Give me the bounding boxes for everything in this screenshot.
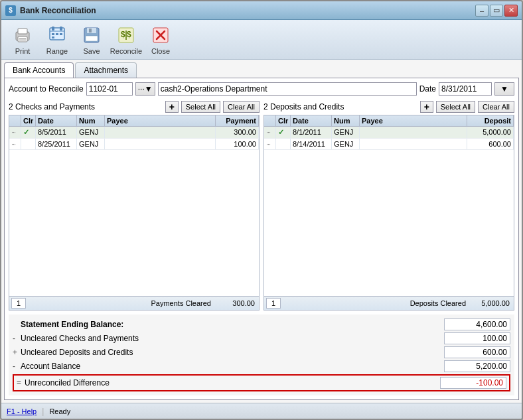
- row2-date: 8/25/2011: [36, 139, 77, 149]
- range-icon: [46, 25, 68, 46]
- dep-row1-num: GENJ: [332, 127, 360, 138]
- deposits-table-footer: Deposits Cleared 5,000.00: [264, 296, 514, 310]
- uncleared-checks-value: 100.00: [444, 332, 510, 344]
- checks-add-button[interactable]: +: [165, 101, 179, 113]
- dep-row1-amount: 5,000.00: [467, 127, 514, 138]
- date-label: Date: [419, 84, 436, 94]
- dep-row1-payee: [360, 127, 467, 138]
- row1-date: 8/5/2011: [36, 127, 77, 138]
- date-dropdown-button[interactable]: ▼: [494, 82, 514, 96]
- uncleared-checks-prefix: -: [13, 334, 21, 343]
- deposits-footer-label: Deposits Cleared: [283, 299, 469, 307]
- account-balance-row: - Account Balance 5,200.00: [13, 360, 510, 372]
- deposits-add-button[interactable]: +: [420, 101, 433, 113]
- restore-button[interactable]: ▭: [490, 5, 503, 17]
- account-balance-label: Account Balance: [21, 362, 444, 371]
- tab-bank-accounts[interactable]: Bank Accounts: [4, 62, 74, 78]
- dep-row2-payee: [360, 139, 467, 149]
- row2-amount: 100.00: [216, 139, 259, 149]
- checks-select-all-button[interactable]: Select All: [181, 101, 220, 113]
- checks-row-1[interactable]: ··· ✓ 8/5/2011 GENJ 300.00: [9, 127, 259, 139]
- unreconciled-row: = Unreconciled Difference -100.00: [13, 374, 510, 391]
- svg-text:$: $: [121, 30, 125, 39]
- checks-col-payment: Payment: [216, 115, 259, 126]
- svg-rect-11: [60, 33, 62, 35]
- deposits-table-body: ··· ✓ 8/1/2011 GENJ 5,000.00 ··· 8/14/20: [264, 127, 514, 296]
- dep-row2-num: GENJ: [332, 139, 360, 149]
- reconcile-label: Reconcile: [110, 47, 142, 55]
- row1-amount: 300.00: [216, 127, 259, 138]
- status-ready: Ready: [49, 407, 70, 415]
- deposits-col-deposit: Deposit: [467, 115, 514, 126]
- unreconciled-label: Unreconciled Difference: [25, 378, 440, 387]
- checks-col-payee: Payee: [105, 115, 216, 126]
- checks-title: 2 Checks and Payments: [9, 102, 163, 111]
- window-title: Bank Reconciliation: [20, 6, 474, 15]
- print-button[interactable]: Print: [7, 21, 38, 58]
- checks-row-2[interactable]: ··· 8/25/2011 GENJ 100.00: [9, 139, 259, 150]
- checks-cleared-count[interactable]: [11, 298, 26, 309]
- close-tool-label: Close: [151, 47, 170, 55]
- deposits-row-2[interactable]: ··· 8/14/2011 GENJ 600.00: [264, 139, 514, 150]
- status-bar: F1 - Help | Ready: [1, 403, 522, 419]
- close-tool-button[interactable]: Close: [145, 21, 177, 58]
- minimize-button[interactable]: –: [475, 5, 488, 17]
- unreconciled-value: -100.00: [440, 377, 506, 389]
- row2-payee: [105, 139, 216, 149]
- account-row: Account to Reconcile ···▼ Date ▼: [9, 82, 514, 96]
- help-link[interactable]: F1 - Help: [7, 407, 37, 415]
- checks-col-date: Date: [36, 115, 77, 126]
- svg-rect-2: [18, 36, 27, 42]
- deposits-clear-all-button[interactable]: Clear All: [478, 101, 514, 113]
- tab-attachments[interactable]: Attachments: [75, 62, 137, 78]
- title-bar: $ Bank Reconciliation – ▭ ✕: [1, 1, 522, 20]
- deposits-col-num: Num: [332, 115, 360, 126]
- deposits-table-header: Clr Date Num Payee Deposit: [264, 115, 514, 127]
- account-lookup-button[interactable]: ···▼: [135, 82, 155, 96]
- row2-clr: [21, 139, 36, 149]
- checks-clear-all-button[interactable]: Clear All: [223, 101, 260, 113]
- svg-rect-10: [56, 33, 58, 35]
- checks-table: Clr Date Num Payee Payment ··· ✓ 8/5/201…: [9, 115, 260, 311]
- save-icon: [81, 25, 102, 46]
- checks-table-footer: Payments Cleared 300.00: [9, 296, 259, 310]
- account-number-input[interactable]: [86, 82, 133, 96]
- dep-row2-clr: [276, 139, 291, 149]
- uncleared-deposits-prefix: +: [13, 348, 21, 357]
- deposits-header: 2 Deposits and Credits + Select All Clea…: [263, 101, 514, 113]
- dep-row2-date: 8/14/2011: [291, 139, 332, 149]
- range-label: Range: [46, 47, 68, 55]
- account-to-reconcile-label: Account to Reconcile: [9, 84, 84, 94]
- save-button[interactable]: Save: [76, 21, 108, 58]
- main-window: $ Bank Reconciliation – ▭ ✕ Print: [0, 0, 523, 420]
- print-label: Print: [15, 47, 31, 55]
- close-button[interactable]: ✕: [504, 5, 518, 17]
- svg-rect-8: [60, 27, 62, 31]
- row2-dots: ···: [9, 139, 21, 149]
- ending-balance-value: 4,600.00: [444, 318, 510, 330]
- checks-footer-label: Payments Cleared: [29, 299, 214, 307]
- lookup-icon: ···▼: [138, 84, 153, 94]
- dep-row1-date: 8/1/2011: [291, 127, 332, 138]
- date-input[interactable]: [439, 82, 492, 96]
- deposits-row-1[interactable]: ··· ✓ 8/1/2011 GENJ 5,000.00: [264, 127, 514, 139]
- deposits-select-all-button[interactable]: Select All: [436, 101, 475, 113]
- account-name-input[interactable]: [158, 82, 417, 96]
- app-icon: $: [5, 5, 16, 16]
- deposits-footer-amount: 5,000.00: [469, 299, 512, 307]
- deposits-col-dots: [264, 115, 276, 126]
- uncleared-checks-row: - Uncleared Checks and Payments 100.00: [13, 332, 510, 344]
- ending-balance-label: Statement Ending Balance:: [21, 320, 444, 329]
- account-balance-value: 5,200.00: [444, 360, 510, 372]
- close-tool-icon: [150, 25, 171, 46]
- uncleared-deposits-row: + Uncleared Deposits and Credits 600.00: [13, 346, 510, 358]
- dep-row1-clr: ✓: [276, 127, 291, 138]
- svg-rect-15: [89, 29, 92, 33]
- reconcile-button[interactable]: $ $ Reconcile: [110, 21, 142, 58]
- range-button[interactable]: Range: [41, 21, 73, 58]
- svg-rect-1: [18, 29, 27, 34]
- deposits-cleared-count[interactable]: [266, 298, 281, 309]
- checks-header: 2 Checks and Payments + Select All Clear…: [9, 101, 260, 113]
- deposits-title: 2 Deposits and Credits: [263, 102, 417, 111]
- main-panel: Account to Reconcile ···▼ Date ▼ 2 Check…: [4, 78, 519, 400]
